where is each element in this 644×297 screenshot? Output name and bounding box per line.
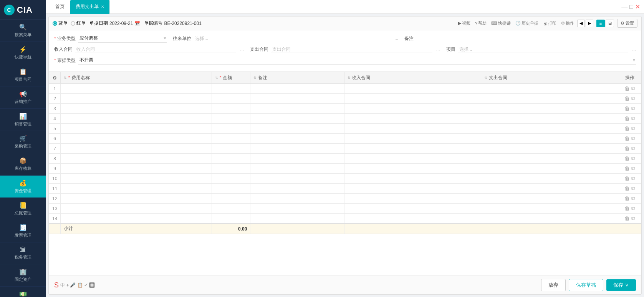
cell-expense-contract[interactable] — [481, 104, 618, 114]
toolbar-ops-btn[interactable]: ⚙ 操作 — [561, 20, 574, 26]
cell-income-contract[interactable] — [344, 134, 481, 144]
cell-amount[interactable] — [212, 204, 250, 214]
expense-contract-input[interactable] — [271, 46, 432, 53]
cell-income-contract[interactable] — [344, 214, 481, 224]
cell-remark[interactable] — [250, 154, 344, 164]
view-list-btn[interactable]: ≡ — [596, 20, 605, 27]
cell-expname[interactable] — [61, 144, 212, 154]
setting-button[interactable]: ⚙ 设置 — [617, 19, 637, 28]
cell-expense-contract[interactable] — [481, 94, 618, 104]
view-grid-btn[interactable]: ⊞ — [606, 20, 614, 27]
delete-row-btn[interactable]: 🗑 — [624, 185, 630, 191]
cell-expname[interactable] — [61, 114, 212, 124]
cell-expense-contract[interactable] — [481, 174, 618, 184]
copy-row-btn[interactable]: ⧉ — [631, 175, 635, 181]
cell-income-contract[interactable] — [344, 154, 481, 164]
cell-remark[interactable] — [250, 204, 344, 214]
sidebar-item-invoice[interactable]: 🧾 发票管理 — [0, 220, 46, 242]
partner-input[interactable] — [194, 35, 391, 42]
col-amount-sort[interactable]: ⇅ — [215, 76, 218, 80]
delete-row-btn[interactable]: 🗑 — [624, 195, 630, 201]
tab-home[interactable]: 首页 — [50, 0, 70, 14]
cell-expense-contract[interactable] — [481, 84, 618, 94]
invoice-type-select[interactable]: 不开票 ▼ — [78, 56, 636, 65]
copy-row-btn[interactable]: ⧉ — [631, 85, 635, 91]
col-income-sort[interactable]: ⇅ — [348, 76, 351, 80]
sidebar-item-capital[interactable]: 💰 资金管理 — [0, 176, 46, 198]
cell-expname[interactable] — [61, 194, 212, 204]
delete-row-btn[interactable]: 🗑 — [624, 155, 630, 161]
delete-row-btn[interactable]: 🗑 — [624, 175, 630, 181]
cell-expense-contract[interactable] — [481, 134, 618, 144]
cell-remark[interactable] — [250, 164, 344, 174]
cell-amount[interactable] — [212, 114, 250, 124]
cell-remark[interactable] — [250, 94, 344, 104]
income-dots-icon[interactable]: ... — [240, 47, 244, 52]
sidebar-item-inventory[interactable]: 📦 库存核算 — [0, 153, 46, 176]
tab-expense-close[interactable]: ✕ — [101, 5, 104, 9]
cell-expname[interactable] — [61, 134, 212, 144]
cell-expense-contract[interactable] — [481, 114, 618, 124]
sidebar-item-salary[interactable]: 💵 工资 — [0, 287, 46, 297]
delete-row-btn[interactable]: 🗑 — [624, 135, 630, 141]
discard-button[interactable]: 放弃 — [541, 279, 566, 291]
cell-expname[interactable] — [61, 94, 212, 104]
cell-expname[interactable] — [61, 124, 212, 134]
cell-expense-contract[interactable] — [481, 124, 618, 134]
cell-expense-contract[interactable] — [481, 214, 618, 224]
toolbar-history-btn[interactable]: 🕑 历史单据 — [515, 20, 538, 26]
cell-remark[interactable] — [250, 184, 344, 194]
cell-remark[interactable] — [250, 194, 344, 204]
delete-row-btn[interactable]: 🗑 — [624, 125, 630, 131]
cell-expname[interactable] — [61, 164, 212, 174]
window-minimize[interactable]: — — [621, 3, 627, 10]
doc-date-value[interactable]: 2022-09-21 — [109, 21, 133, 26]
project-dots-icon[interactable]: ... — [632, 47, 636, 52]
copy-row-btn[interactable]: ⧉ — [631, 215, 635, 221]
cell-amount[interactable] — [212, 134, 250, 144]
cell-income-contract[interactable] — [344, 84, 481, 94]
col-remark-sort[interactable]: ⇅ — [253, 76, 257, 80]
save-draft-button[interactable]: 保存草稿 — [569, 279, 603, 291]
toolbar-print-btn[interactable]: 🖨 打印 — [543, 20, 556, 26]
delete-row-btn[interactable]: 🗑 — [624, 145, 630, 151]
sidebar-item-ledger[interactable]: 📒 总账管理 — [0, 198, 46, 220]
biztype-select[interactable]: 应付调整 ▼ — [78, 34, 167, 43]
tab-expense[interactable]: 费用支出单 ✕ — [70, 0, 110, 14]
cell-expense-contract[interactable] — [481, 204, 618, 214]
cell-income-contract[interactable] — [344, 164, 481, 174]
cell-remark[interactable] — [250, 124, 344, 134]
col-expname-sort[interactable]: ⇅ — [64, 76, 67, 80]
cell-amount[interactable] — [212, 194, 250, 204]
delete-row-btn[interactable]: 🗑 — [624, 165, 630, 171]
sidebar-item-assets[interactable]: 🏢 固定资产 — [0, 264, 46, 287]
prev-btn[interactable]: ◀ — [577, 20, 585, 27]
col-expense-sort[interactable]: ⇅ — [484, 76, 487, 80]
radio-red-label[interactable]: 红单 — [71, 20, 86, 27]
cell-income-contract[interactable] — [344, 194, 481, 204]
cell-amount[interactable] — [212, 144, 250, 154]
cell-expname[interactable] — [61, 184, 212, 194]
toolbar-shortcut-btn[interactable]: ⌨ 快捷键 — [491, 20, 511, 26]
cell-remark[interactable] — [250, 174, 344, 184]
cell-amount[interactable] — [212, 84, 250, 94]
copy-row-btn[interactable]: ⧉ — [631, 125, 635, 131]
sidebar-item-tax[interactable]: 🏛 税务管理 — [0, 242, 46, 264]
cell-income-contract[interactable] — [344, 144, 481, 154]
expense-dots-icon[interactable]: ... — [436, 47, 440, 52]
income-contract-input[interactable] — [75, 46, 236, 53]
cell-expname[interactable] — [61, 104, 212, 114]
window-restore[interactable]: □ — [629, 3, 633, 10]
cell-income-contract[interactable] — [344, 204, 481, 214]
radio-blue-label[interactable]: 蓝单 — [53, 20, 68, 27]
delete-row-btn[interactable]: 🗑 — [624, 205, 630, 211]
sidebar-item-purchase[interactable]: 🛒 采购管理 — [0, 131, 46, 153]
cell-amount[interactable] — [212, 154, 250, 164]
sidebar-item-sales[interactable]: 📊 销售管理 — [0, 109, 46, 131]
cell-remark[interactable] — [250, 144, 344, 154]
cell-amount[interactable] — [212, 124, 250, 134]
cell-amount[interactable] — [212, 164, 250, 174]
remarks-input[interactable] — [416, 35, 517, 42]
cell-expense-contract[interactable] — [481, 144, 618, 154]
project-input[interactable] — [458, 46, 628, 53]
